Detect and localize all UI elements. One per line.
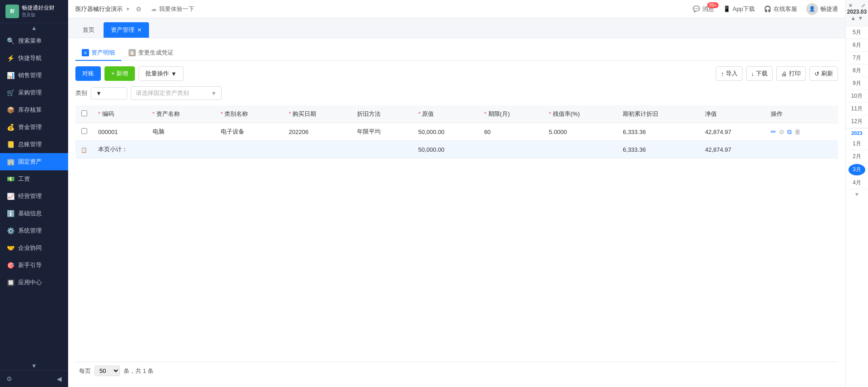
- cal-month-4[interactable]: 4月: [846, 177, 868, 189]
- sidebar-scroll-down[interactable]: ▼: [0, 361, 68, 370]
- import-button[interactable]: ↑ 导入: [716, 66, 743, 81]
- sidebar-item-label: 固定资产: [18, 158, 42, 166]
- sidebar-item-quicknav[interactable]: ⚡ 快捷导航: [0, 50, 68, 67]
- cal-month-3[interactable]: 3月: [848, 164, 865, 176]
- sidebar-bottom: ⚙ ◀: [0, 370, 68, 387]
- calendar-next-icon[interactable]: ▼: [858, 15, 863, 21]
- funds-icon: 💰: [6, 123, 15, 131]
- sidebar-item-inventory[interactable]: 📦 库存核算: [0, 101, 68, 119]
- sidebar-item-basic[interactable]: ℹ️ 基础信息: [0, 205, 68, 222]
- tab-assets[interactable]: 资产管理 ✕: [104, 22, 149, 38]
- copy-icon[interactable]: ⊘: [779, 128, 784, 135]
- subtab-asset-detail[interactable]: ≡ 资产明细: [75, 45, 121, 61]
- sidebar-item-ledger[interactable]: 📒 总账管理: [0, 136, 68, 153]
- sidebar-item-apps[interactable]: 🔲 应用中心: [0, 274, 68, 291]
- sidebar-item-operations[interactable]: 📈 经营管理: [0, 188, 68, 205]
- edit-icon[interactable]: ✏: [771, 128, 776, 135]
- asset-detail-icon: ≡: [82, 49, 89, 56]
- company-selector[interactable]: 医疗器械行业演示 ▼: [75, 5, 130, 13]
- cal-month-5[interactable]: 5月: [846, 26, 868, 39]
- sidebar-item-sales[interactable]: 📊 销售管理: [0, 67, 68, 84]
- refresh-button[interactable]: ↺ 刷新: [809, 66, 838, 81]
- salary-icon: 💵: [6, 175, 15, 183]
- calendar-year: 2023.03: [847, 9, 867, 15]
- subtotal-residual-rate: [543, 141, 617, 159]
- message-icon: 💬: [693, 5, 700, 12]
- sidebar-item-label: 总账管理: [18, 140, 42, 149]
- filter-select-icon: ▼: [96, 90, 102, 97]
- user-profile[interactable]: 👤 畅捷通: [806, 3, 838, 15]
- sidebar-scroll-up[interactable]: ▲: [0, 23, 68, 32]
- select-all-checkbox[interactable]: [81, 110, 87, 116]
- cal-month-6[interactable]: 6月: [846, 39, 868, 52]
- messages-button[interactable]: 💬 消息 99+: [693, 5, 714, 13]
- reconcile-button[interactable]: 对账: [75, 66, 101, 81]
- subtotal-initial-depreciation: 6,333.36: [617, 141, 699, 159]
- cal-month-7[interactable]: 7月: [846, 52, 868, 64]
- cal-month-2[interactable]: 2月: [846, 150, 868, 163]
- download-button[interactable]: ↓ 下载: [746, 66, 773, 81]
- sidebar-item-enterprise[interactable]: 🤝 企业协同: [0, 239, 68, 257]
- import-icon: ↑: [721, 70, 724, 77]
- subtab-voucher-gen[interactable]: 📋 变更生成凭证: [122, 45, 180, 61]
- sidebar-item-guide[interactable]: 🎯 新手引导: [0, 257, 68, 274]
- per-page-select[interactable]: 50 10 20 100: [94, 366, 120, 376]
- inventory-icon: 📦: [6, 106, 15, 114]
- calendar-prev-icon[interactable]: ▲: [851, 15, 856, 21]
- search-icon: 🔍: [6, 37, 15, 45]
- online-service-button[interactable]: 🎧 在线客服: [764, 5, 797, 13]
- category-filter-select[interactable]: ▼: [91, 87, 127, 99]
- sidebar-item-salary[interactable]: 💵 工资: [0, 170, 68, 188]
- sidebar-item-system[interactable]: ⚙️ 系统管理: [0, 222, 68, 239]
- app-download-button[interactable]: 📱 App下载: [723, 5, 755, 13]
- cal-month-9[interactable]: 9月: [846, 77, 868, 90]
- settings-icon[interactable]: ⚙: [6, 375, 12, 382]
- category-filter-input[interactable]: 请选择固定资产类别 ▼: [131, 86, 222, 100]
- sidebar-item-label: 企业协同: [18, 244, 42, 252]
- delete-icon[interactable]: 🗑: [794, 128, 801, 135]
- refresh-icon: ↺: [814, 70, 819, 77]
- logo-icon: 财: [5, 5, 19, 18]
- ledger-icon: 📒: [6, 140, 15, 149]
- calendar-expand-icon[interactable]: ⤢: [861, 3, 865, 9]
- company-settings-icon[interactable]: ⚙: [136, 5, 142, 13]
- table-header-row: 编码 资产名称 类别名称 购买日期 折旧方法 原值 期限(月) 残值率(%) 期…: [75, 105, 838, 123]
- cell-depreciation: 年限平均: [352, 123, 413, 141]
- new-button[interactable]: + 新增: [104, 66, 135, 81]
- batch-operations-button[interactable]: 批量操作 ▼: [139, 66, 184, 81]
- sidebar-logo: 财 畅捷通好业财 普及版: [0, 0, 68, 23]
- cell-purchase-date: 202206: [283, 123, 352, 141]
- print-button[interactable]: 🖨 打印: [776, 66, 806, 81]
- tabbar: 首页 资产管理 ✕: [68, 18, 845, 38]
- sidebar-item-label: 资金管理: [18, 123, 42, 131]
- cal-month-11[interactable]: 11月: [846, 103, 868, 115]
- th-original-value: 原值: [413, 105, 479, 123]
- sidebar-item-label: 采购管理: [18, 89, 42, 97]
- sidebar-item-fixed[interactable]: 🏢 固定资产: [0, 153, 68, 170]
- app-title: 畅捷通好业财: [22, 5, 55, 12]
- calendar-months: 5月 6月 7月 8月 9月 10月 11月 12月 2023 1月 2月 3月…: [846, 26, 868, 189]
- sidebar-item-purchase[interactable]: 🛒 采购管理: [0, 84, 68, 101]
- calendar-close-icon[interactable]: ✕: [848, 3, 853, 9]
- sidebar-item-search[interactable]: 🔍 搜索菜单: [0, 32, 68, 50]
- tab-home[interactable]: 首页: [75, 22, 102, 38]
- cal-month-10[interactable]: 10月: [846, 90, 868, 103]
- tab-close-icon[interactable]: ✕: [137, 27, 142, 33]
- collapse-sidebar-icon[interactable]: ◀: [57, 375, 62, 382]
- calendar-scroll-down[interactable]: ▼: [846, 189, 868, 199]
- guide-icon: 🎯: [6, 261, 15, 269]
- sidebar-item-funds[interactable]: 💰 资金管理: [0, 119, 68, 136]
- message-badge: 99+: [707, 2, 719, 8]
- cell-original-value: 50,000.00: [413, 123, 479, 141]
- sidebar-item-label: 系统管理: [18, 227, 42, 235]
- enterprise-icon: 🤝: [6, 244, 15, 252]
- duplicate-icon[interactable]: ⧉: [787, 128, 792, 136]
- cal-month-12[interactable]: 12月: [846, 115, 868, 128]
- cal-month-1[interactable]: 1月: [846, 138, 868, 150]
- experience-button[interactable]: ☁ 我要体验一下: [151, 5, 194, 13]
- row-checkbox[interactable]: [81, 128, 87, 134]
- subtotal-original-value: 50,000.00: [413, 141, 479, 159]
- th-code: 编码: [93, 105, 147, 123]
- cal-month-8[interactable]: 8月: [846, 64, 868, 77]
- service-icon: 🎧: [764, 5, 771, 12]
